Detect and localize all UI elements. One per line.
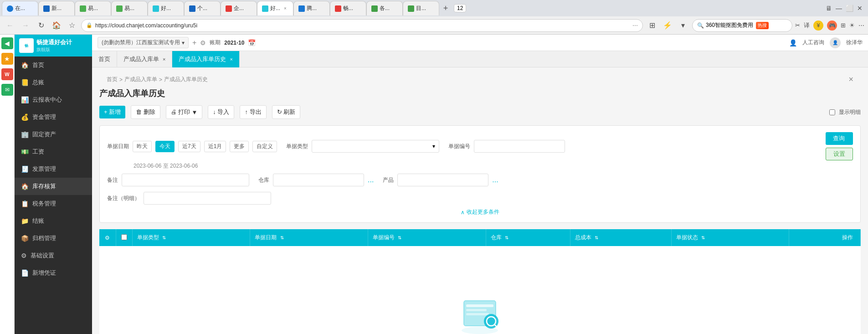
maximize-button[interactable]: ⬜ — [846, 5, 853, 12]
page-tab-history[interactable]: 产成品入库单历史 × — [172, 51, 239, 67]
col-gear[interactable]: ⚙ — [99, 229, 116, 246]
icon-bar-weibo[interactable]: W — [1, 68, 13, 80]
tab-close-8[interactable]: × — [284, 6, 287, 11]
breadcrumb-history[interactable]: 产成品入库单历史 — [164, 76, 208, 83]
select-all-checkbox[interactable] — [121, 234, 127, 240]
page-tab-history-close[interactable]: × — [230, 57, 232, 62]
col-voucher-status[interactable]: 单据状态 ⇅ — [671, 229, 789, 246]
sidebar-item-reports[interactable]: 📊 云报表中心 — [15, 91, 92, 108]
breadcrumb-list[interactable]: 产成品入库单 — [124, 76, 157, 83]
remark-detail-input[interactable] — [144, 192, 271, 205]
home-button[interactable]: 🏠 — [50, 19, 63, 32]
tab-1[interactable]: 在... — [2, 1, 38, 15]
col-voucher-date[interactable]: 单据日期 ⇅ — [250, 229, 368, 246]
topbar-settings-icon[interactable]: ⚙ — [200, 39, 206, 46]
translate-icon[interactable]: 译 — [804, 21, 810, 30]
col-voucher-number[interactable]: 单据编号 ⇅ — [368, 229, 486, 246]
warehouse-dots[interactable]: ... — [368, 176, 374, 184]
tab-9[interactable]: 腾... — [293, 1, 330, 15]
yuan-icon[interactable]: ¥ — [813, 21, 823, 31]
game-icon[interactable]: 🎮 — [827, 21, 837, 31]
icon-bar-star[interactable]: ★ — [1, 53, 13, 65]
sidebar-item-invoice[interactable]: 🧾 发票管理 — [15, 160, 92, 178]
scissors-icon[interactable]: ✂ — [795, 22, 800, 29]
col-voucher-type[interactable]: 单据类型 ⇅ — [132, 229, 250, 246]
sidebar-item-inventory[interactable]: 🏠 库存核算 — [15, 178, 92, 195]
minimize-button[interactable]: — — [836, 5, 842, 12]
tab-7[interactable]: 企... — [221, 1, 257, 15]
date-btn-1month[interactable]: 近1月 — [204, 141, 226, 152]
tab-8[interactable]: 好... × — [257, 1, 293, 15]
col-check[interactable] — [116, 229, 132, 246]
query-button[interactable]: 查询 — [826, 132, 853, 145]
collapse-button[interactable]: ∧ 收起更多条件 — [107, 208, 853, 216]
print-button[interactable]: 🖨 打印 ▼ — [166, 105, 203, 119]
tab-6[interactable]: 个... — [184, 1, 221, 15]
voucher-type-select[interactable]: ▾ — [312, 140, 439, 153]
print-dropdown-icon[interactable]: ▼ — [191, 109, 197, 116]
page-tab-list[interactable]: 产成品入库单 × — [117, 51, 172, 67]
icon-bar-back[interactable]: ◀ — [1, 37, 13, 49]
back-button[interactable]: ← — [4, 19, 16, 32]
page-tab-list-close[interactable]: × — [163, 57, 165, 62]
tab-11[interactable]: 各... — [366, 1, 403, 15]
export-button[interactable]: ↑ 导出 — [240, 105, 266, 119]
tab-10[interactable]: 畅... — [330, 1, 366, 15]
search-bar[interactable]: 🔍 360智能抠图免费用 热搜 — [692, 19, 792, 32]
tab-3[interactable]: 易... — [75, 1, 111, 15]
sidebar-item-ledger[interactable]: 📒 总账 — [15, 74, 92, 91]
grid-view-icon[interactable]: ⊞ — [841, 22, 846, 29]
sidebar-item-assets[interactable]: 🏢 固定资产 — [15, 126, 92, 143]
tab-5[interactable]: 好... — [148, 1, 184, 15]
show-detail-checkbox[interactable] — [829, 109, 835, 115]
sidebar-item-checkout[interactable]: 📁 结账 — [15, 212, 92, 230]
date-btn-7days[interactable]: 近7天 — [178, 141, 200, 152]
add-company-button[interactable]: + — [192, 39, 196, 47]
new-tab-button[interactable]: + — [439, 2, 452, 15]
sidebar-item-funds[interactable]: 💰 资金管理 — [15, 108, 92, 126]
breadcrumb-home[interactable]: 首页 — [107, 76, 118, 83]
date-btn-today[interactable]: 今天 — [155, 141, 175, 152]
remark-input[interactable] — [122, 174, 249, 186]
theme-icon[interactable]: ☀ — [849, 22, 855, 29]
voucher-number-input[interactable] — [474, 140, 565, 153]
content-close-button[interactable]: × — [848, 75, 853, 84]
product-input[interactable] — [397, 174, 488, 186]
col-total-cost[interactable]: 总成本 ⇅ — [570, 229, 671, 246]
refresh-button[interactable]: ↻ — [35, 19, 47, 32]
bookmark-button[interactable]: ☆ — [66, 19, 78, 32]
tab-4[interactable]: 易... — [111, 1, 148, 15]
col-warehouse[interactable]: 仓库 ⇅ — [486, 229, 570, 246]
sidebar-item-tax[interactable]: 📋 税务管理 — [15, 195, 92, 212]
new-button[interactable]: + 新增 — [99, 106, 125, 118]
close-window-button[interactable]: ✕ — [857, 5, 863, 12]
sidebar-item-archive[interactable]: 📦 归档管理 — [15, 230, 92, 247]
lightning-button[interactable]: ⚡ — [661, 19, 674, 32]
url-bar[interactable]: 🔒 https://cloud.chanjet.com/accounting/u… — [81, 19, 643, 32]
import-button[interactable]: ↓ 导入 — [208, 105, 234, 119]
tab-2[interactable]: 新... — [38, 1, 75, 15]
calendar-icon[interactable]: 📅 — [248, 39, 256, 46]
settings-filter-button[interactable]: 设置 — [826, 148, 853, 160]
forward-button[interactable]: → — [19, 19, 32, 32]
more-icon[interactable]: ⋯ — [858, 22, 864, 29]
service-label[interactable]: 人工咨询 — [802, 39, 824, 46]
tab-12[interactable]: 目... — [403, 1, 439, 15]
user-label[interactable]: 徐泽华 — [846, 39, 863, 46]
delete-button[interactable]: 🗑 删除 — [131, 105, 160, 119]
sidebar-item-home[interactable]: 🏠 首页 — [15, 57, 92, 74]
date-btn-custom[interactable]: 自定义 — [252, 141, 277, 152]
warehouse-input[interactable] — [273, 174, 364, 186]
date-btn-more[interactable]: 更多 — [230, 141, 249, 152]
refresh-button[interactable]: ↻ 刷新 — [272, 105, 301, 119]
sidebar-item-settings[interactable]: ⚙ 基础设置 — [15, 247, 92, 264]
date-btn-yesterday[interactable]: 昨天 — [133, 141, 152, 152]
icon-bar-mail[interactable]: ✉ — [1, 84, 13, 96]
company-select[interactable]: (勿删勿禁用）江西服宝测试专用 ▾ — [98, 37, 189, 48]
sidebar-item-wages[interactable]: 💵 工资 — [15, 143, 92, 160]
sidebar-item-newbill[interactable]: 📄 新增凭证 — [15, 264, 92, 282]
product-dots[interactable]: ... — [492, 176, 498, 184]
page-tab-home[interactable]: 首页 — [92, 51, 117, 67]
dropdown-button[interactable]: ▾ — [677, 19, 689, 32]
grid-button[interactable]: ⊞ — [646, 19, 658, 32]
